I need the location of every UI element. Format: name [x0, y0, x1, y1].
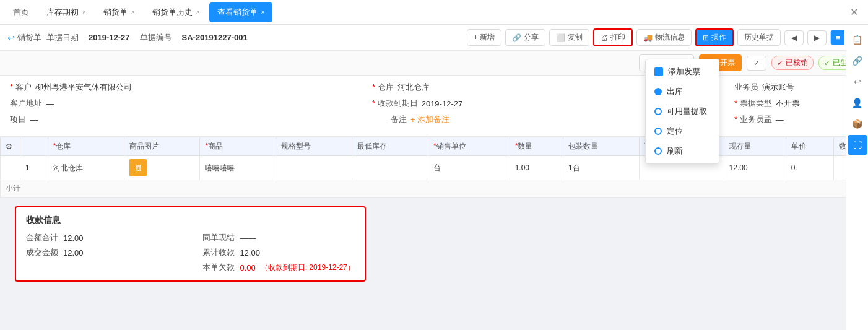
deal-amount-value: 12.00 — [63, 248, 84, 258]
form-row-2: 客户地址 — 收款到期日 2019-12-27 票据类型 不开票 — [10, 98, 858, 109]
warehouse-value: 河北仓库 — [397, 82, 430, 93]
row-settings[interactable] — [1, 156, 20, 180]
tab-view-sales-label: 查看销货单 — [217, 7, 258, 18]
menu-refresh[interactable]: 刷新 — [646, 141, 719, 161]
col-qty: *数量 — [510, 137, 563, 156]
col-pack-qty: 包装数量 — [563, 137, 639, 156]
toolbar: ↩ 销货单 单据日期 2019-12-27 单据编号 SA-20191227-0… — [0, 25, 868, 51]
customer-label: 客户 — [10, 82, 32, 93]
total-received-label: 累计收款 — [202, 247, 235, 258]
grid-icon: ⊞ — [703, 33, 709, 42]
sidebar-icon-package[interactable]: 📦 — [848, 114, 867, 134]
sidebar-icon-user[interactable]: 👤 — [848, 93, 867, 113]
subtotal-row: 小计 — [1, 180, 868, 198]
print-button[interactable]: 🖨 打印 — [593, 28, 633, 46]
copy-icon: ⬜ — [556, 33, 565, 42]
tab-home[interactable]: 首页 — [5, 2, 37, 22]
project-label: 项目 — [10, 114, 26, 125]
add-invoice-icon — [654, 67, 663, 76]
total-amount-label: 金额合计 — [26, 232, 58, 243]
tab-sales-history-close[interactable]: × — [196, 9, 200, 15]
row-product: 嘻嘻嘻嘻 — [200, 156, 276, 180]
logistics-label: 物流信息 — [655, 32, 685, 43]
col-settings[interactable]: ⚙ — [1, 137, 20, 156]
staff2-value: — — [776, 115, 784, 124]
history-label: 历史单据 — [744, 32, 774, 43]
operations-button[interactable]: ⊞ 操作 — [695, 28, 734, 46]
col-product-img: 商品图片 — [124, 137, 200, 156]
plus-icon: + — [410, 115, 415, 124]
copy-label: 复制 — [568, 32, 583, 43]
doc-no-label: 单据编号 — [140, 32, 172, 43]
add-note-button[interactable]: + 添加备注 — [410, 114, 449, 125]
warehouse-label: 仓库 — [372, 82, 394, 93]
operations-label: 操作 — [711, 32, 726, 43]
col-product: *商品 — [200, 137, 276, 156]
outbound-label: 出库 — [667, 86, 683, 97]
next-button[interactable]: ▶ — [807, 30, 827, 45]
total-amount-row: 金额合计 12.00 — [26, 232, 178, 243]
invoice-field: 票据类型 不开票 — [734, 98, 858, 109]
tab-view-sales[interactable]: 查看销货单 × — [209, 2, 273, 22]
list-view-button[interactable]: ≡ — [831, 30, 844, 45]
col-unit-price: 单价 — [786, 137, 833, 156]
note-label: 备注 — [391, 114, 407, 125]
col-index — [20, 137, 48, 156]
prev-button[interactable]: ◀ — [784, 30, 804, 45]
tab-sales-history[interactable]: 销货单历史 × — [144, 2, 208, 22]
tab-view-sales-close[interactable]: × — [261, 9, 265, 15]
sidebar-icon-return[interactable]: ↩ — [848, 72, 867, 92]
outbound-icon — [654, 88, 662, 95]
effective-icon: ✓ — [824, 59, 830, 67]
summary-container: 收款信息 金额合计 12.00 同单现结 —— 成交金额 12.00 累计收款 … — [0, 198, 868, 290]
check-icon: ✓ — [777, 59, 783, 67]
tabs-bar: 首页 库存期初 × 销货单 × 销货单历史 × 查看销货单 × ✕ — [0, 0, 868, 25]
tab-inventory-init[interactable]: 库存期初 × — [38, 2, 94, 22]
current-due-note: （收款到期日: 2019-12-27） — [261, 263, 355, 273]
col-current-stock: 现存量 — [724, 137, 786, 156]
current-due-row: 本单欠款 0.00 （收款到期日: 2019-12-27） — [202, 262, 354, 273]
note-field: 备注 + 添加备注 — [391, 114, 514, 125]
tab-inventory-init-close[interactable]: × — [82, 9, 86, 15]
menu-available-extract[interactable]: 可用量提取 — [646, 102, 719, 121]
tab-sales-order-close[interactable]: × — [131, 9, 135, 15]
table-header-row: ⚙ *仓库 商品图片 *商品 规格型号 最低库存 *销售单位 *数量 包装数量 … — [1, 137, 868, 156]
menu-locate[interactable]: 定位 — [646, 121, 719, 141]
tab-sales-order[interactable]: 销货单 × — [95, 2, 143, 22]
staff-field: 业务员 演示账号 — [734, 82, 858, 93]
print-icon: 🖨 — [601, 33, 608, 42]
table-wrapper: ⚙ *仓库 商品图片 *商品 规格型号 最低库存 *销售单位 *数量 包装数量 … — [0, 137, 868, 198]
share-button[interactable]: 🔗 分享 — [505, 29, 545, 46]
row-unit: 台 — [428, 156, 510, 180]
logistics-button[interactable]: 🚚 物流信息 — [636, 29, 692, 46]
copy-button[interactable]: ⬜ 复制 — [549, 29, 589, 46]
row-unit-price: 0. — [786, 156, 833, 180]
new-button[interactable]: + 新增 — [467, 29, 501, 46]
subtotal-label: 小计 — [6, 184, 20, 193]
col-warehouse: *仓库 — [48, 137, 124, 156]
sidebar-icon-fullscreen[interactable]: ⛶ — [848, 135, 867, 155]
form-area: 客户 柳州粤港平安气体有限公司 仓库 河北仓库 业务员 演示账号 客户地址 — … — [0, 76, 868, 137]
menu-add-invoice[interactable]: 添加发票 — [646, 62, 719, 82]
menu-outbound[interactable]: 出库 — [646, 82, 719, 102]
add-invoice-label: 添加发票 — [668, 66, 700, 77]
invoice-value: 不开票 — [776, 98, 800, 109]
address-label: 客户地址 — [10, 98, 42, 109]
window-close[interactable]: ✕ — [845, 6, 863, 18]
refresh-label: 刷新 — [667, 145, 683, 157]
confirm-button[interactable]: ✓ — [747, 56, 766, 71]
total-received-value: 12.00 — [240, 248, 260, 258]
tab-inventory-init-label: 库存期初 — [46, 7, 79, 18]
doc-date: 2019-12-27 — [89, 33, 130, 42]
row-product-img: 🖼 — [124, 156, 200, 180]
history-button[interactable]: 历史单据 — [737, 29, 781, 46]
address-field: 客户地址 — — [10, 98, 134, 109]
sidebar-icon-doc[interactable]: 📋 — [848, 30, 867, 50]
share-label: 分享 — [524, 32, 539, 43]
row-index: 1 — [20, 156, 48, 180]
available-extract-label: 可用量提取 — [667, 106, 707, 117]
form-row-3: 项目 — 备注 + 添加备注 业务员孟 — — [10, 114, 858, 125]
staff-value: 演示账号 — [762, 82, 794, 93]
refresh-icon — [654, 147, 662, 155]
sidebar-icon-link[interactable]: 🔗 — [848, 51, 867, 71]
